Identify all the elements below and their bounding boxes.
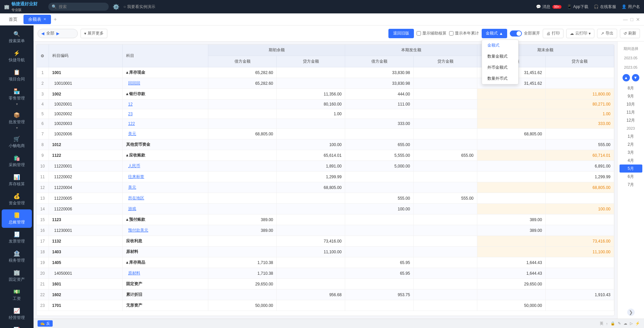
show-auxiliary-check[interactable]: 显示辅助核算: [417, 30, 446, 36]
sidebar-item-search[interactable]: 🔍 搜索菜单: [2, 28, 32, 47]
print-btn[interactable]: 🖨 打印: [543, 29, 564, 38]
top-search[interactable]: 🔍 搜索: [48, 3, 109, 11]
row-subject[interactable]: 回回回: [123, 78, 208, 89]
sidebar-item-purchase[interactable]: 🛍️ 采购管理: [2, 152, 32, 171]
col-settings-header[interactable]: ⚙: [37, 45, 49, 67]
row-subject[interactable]: 美元: [123, 182, 208, 193]
sidebar-item-inventory[interactable]: 📊 库存核算: [2, 171, 32, 190]
row-subject[interactable]: 游戏: [123, 204, 208, 214]
sidebar-item-retail[interactable]: 🏪 零售管理 ▾: [2, 85, 32, 109]
annual-checkbox[interactable]: [449, 31, 453, 36]
row-subject[interactable]: 12: [123, 100, 208, 109]
expand-more-btn[interactable]: ▾ 展开更多: [80, 29, 107, 38]
subject-link[interactable]: 美元: [128, 131, 136, 136]
mode-qty-foreign[interactable]: 数量外币式: [482, 73, 518, 84]
settings-icon-top[interactable]: ⚙️: [113, 4, 119, 10]
mode-amount[interactable]: 金额式: [482, 40, 518, 51]
period-month-item[interactable]: 8月: [620, 84, 642, 92]
row-no: 14: [37, 204, 49, 214]
subject-link[interactable]: 预付款美元: [128, 228, 148, 233]
sidebar-item-project[interactable]: 📋 项目合同: [2, 66, 32, 85]
auxiliary-checkbox[interactable]: [417, 31, 421, 36]
right-arrow-icon[interactable]: ▶: [56, 31, 59, 36]
row-debit-curr: [345, 247, 414, 257]
expand-all-toggle[interactable]: 全部展开: [510, 30, 540, 37]
tab-close-icon[interactable]: ✕: [43, 17, 46, 21]
sidebar-item-ecommerce[interactable]: 🛒 小畅电商: [2, 133, 32, 151]
row-subject[interactable]: 23: [123, 109, 208, 119]
subject-link[interactable]: 23: [128, 112, 132, 116]
row-subject[interactable]: 122: [123, 119, 208, 129]
sidebar-item-accounting[interactable]: 📒 总账管理: [2, 209, 32, 228]
row-subject[interactable]: 原材料: [123, 268, 208, 279]
panel-collapse-btn[interactable]: ❯: [627, 309, 635, 316]
mode-qty-amount[interactable]: 数量金额式: [482, 51, 518, 62]
window-close-icon[interactable]: ✕: [636, 17, 640, 22]
row-credit-open: 65,614.01: [277, 150, 345, 161]
period-month-item[interactable]: 4月: [620, 156, 642, 165]
row-code: 10020001: [49, 100, 123, 109]
sync-icon[interactable]: ▷: [630, 321, 633, 326]
sidebar-item-tax[interactable]: 🏦 税务管理: [2, 248, 32, 266]
app-edition: 专业版: [11, 8, 38, 12]
lang-switch[interactable]: 英: [600, 321, 603, 326]
row-subject[interactable]: 往来标签: [123, 172, 208, 182]
period-month-item[interactable]: 9月: [620, 92, 642, 100]
col-debit-open: 借方金额: [208, 56, 277, 67]
show-annual-check[interactable]: 显示本年累计: [449, 30, 479, 36]
period-month-item[interactable]: 2月: [620, 140, 642, 148]
subject-link[interactable]: 人民币: [128, 163, 140, 168]
subject-link[interactable]: 原材料: [128, 271, 140, 275]
period-down-btn[interactable]: ▼: [632, 74, 639, 81]
tab-home[interactable]: 首页: [4, 15, 22, 24]
msg-btn[interactable]: 💬 消息 99+: [536, 4, 561, 10]
row-subject[interactable]: 人民币: [123, 161, 208, 172]
sidebar-item-assets[interactable]: 🏢 固定资产: [2, 267, 32, 285]
subject-link[interactable]: 游戏: [128, 206, 136, 211]
period-month-item[interactable]: 3月: [620, 148, 642, 156]
tab-balance[interactable]: 余额表 ✕: [23, 15, 51, 24]
period-month-item[interactable]: 5月: [620, 165, 642, 173]
export-btn[interactable]: ↗ 导出: [597, 29, 617, 38]
subject-link[interactable]: 往来标签: [128, 174, 144, 179]
user-avatar[interactable]: 👤 用户名: [622, 4, 640, 10]
mode-dropdown-btn[interactable]: 金额式 ▲: [482, 29, 507, 38]
subject-link[interactable]: 回回回: [128, 81, 140, 85]
period-month-item[interactable]: 11月: [620, 108, 642, 116]
period-month-item[interactable]: 1月: [620, 132, 642, 140]
window-maximize-icon[interactable]: □: [631, 17, 633, 22]
period-month-item[interactable]: 12月: [620, 116, 642, 124]
app-download-btn[interactable]: 📱 App下载: [567, 4, 588, 10]
subject-search[interactable]: ◀ 全部 ▶: [38, 29, 78, 38]
sidebar-item-operation[interactable]: 📈 经营管理: [2, 305, 32, 323]
return-old-btn[interactable]: 退回旧版: [388, 29, 414, 38]
sidebar-item-capital[interactable]: 💰 资金管理: [2, 190, 32, 209]
period-month-item[interactable]: 7月: [620, 181, 642, 189]
toggle-switch-control[interactable]: [510, 30, 522, 37]
row-subject[interactable]: 预付款美元: [123, 225, 208, 236]
row-subject[interactable]: 所在地区: [123, 193, 208, 204]
status-feedback-btn[interactable]: ✍ 反: [38, 320, 53, 327]
mode-foreign-amount[interactable]: 外币金额式: [482, 62, 518, 73]
demo-link[interactable]: ○ 我要看实例演示: [123, 4, 155, 10]
period-month-item[interactable]: 2023: [620, 124, 642, 132]
online-service-btn[interactable]: 🎧 在线客服: [594, 4, 616, 10]
period-month-item[interactable]: 6月: [620, 173, 642, 181]
refresh-btn[interactable]: ↺ 刷新: [620, 29, 640, 38]
row-subject[interactable]: 美元: [123, 129, 208, 139]
window-minimize-icon[interactable]: —: [623, 17, 628, 22]
period-month-item[interactable]: 10月: [620, 100, 642, 108]
sidebar-item-expense[interactable]: 📝 小畅报销: [2, 324, 32, 328]
period-up-btn[interactable]: ▲: [623, 74, 630, 81]
sidebar-item-wholesale[interactable]: 📦 批发管理 ▾: [2, 109, 32, 132]
sidebar-item-salary[interactable]: 💵 工资: [2, 286, 32, 304]
cloud-print-btn[interactable]: ☁ 云打印 ▾: [566, 29, 594, 38]
sidebar-item-quicknav[interactable]: ⚡ 快捷导航: [2, 47, 32, 66]
subject-link[interactable]: 12: [128, 102, 132, 107]
subject-link[interactable]: 美元: [128, 185, 136, 190]
sidebar-item-invoice[interactable]: 🧾 发票管理: [2, 228, 32, 247]
subject-link[interactable]: 所在地区: [128, 196, 144, 200]
subject-link[interactable]: 122: [128, 121, 135, 126]
row-subject: 固定资产: [123, 279, 208, 289]
edit-icon[interactable]: ✎: [618, 321, 621, 326]
